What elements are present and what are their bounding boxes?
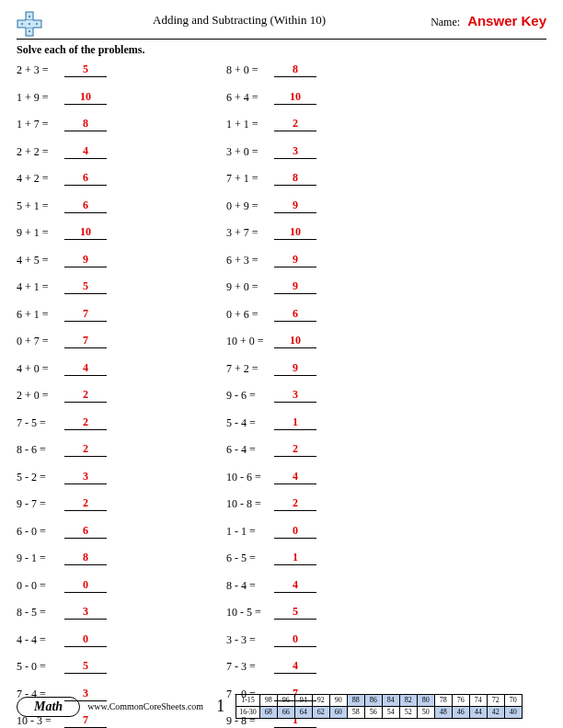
- answer-blank: 7: [64, 334, 107, 348]
- score-grid: 1-1598969492908886848280787674727016-306…: [236, 694, 523, 719]
- answer-blank: 2: [274, 496, 316, 511]
- problem-row: 5 - 0 =5: [17, 659, 107, 674]
- svg-point-6: [36, 23, 38, 25]
- score-cell: 64: [294, 707, 312, 719]
- problem-expression: 9 - 7 =: [17, 497, 63, 511]
- problem-expression: 6 + 4 =: [226, 91, 272, 105]
- problem-expression: 9 + 0 =: [226, 280, 272, 294]
- answer-blank: 9: [64, 253, 107, 267]
- problem-expression: 3 - 3 =: [226, 633, 272, 647]
- answer-blank: 2: [64, 496, 107, 511]
- answer-blank: 10: [274, 225, 316, 240]
- answer-blank: 9: [274, 199, 316, 213]
- problem-row: 4 + 2 =6: [17, 171, 107, 186]
- answer-blank: 5: [64, 659, 107, 674]
- answer-blank: 6: [274, 307, 316, 322]
- answer-blank: 3: [274, 388, 316, 403]
- score-row-label: 16-30: [236, 707, 260, 719]
- problem-row: 2 + 3 =5: [17, 63, 107, 77]
- problem-row: 0 + 9 =9: [226, 199, 316, 213]
- score-cell: 84: [382, 695, 399, 707]
- instructions: Solve each of the problems.: [17, 43, 546, 57]
- problem-row: 3 + 7 =10: [226, 225, 316, 240]
- problem-expression: 0 + 6 =: [226, 308, 272, 322]
- problem-expression: 7 + 2 =: [226, 362, 272, 376]
- answer-blank: 8: [64, 117, 107, 131]
- problem-row: 6 + 3 =9: [226, 253, 316, 267]
- answer-blank: 9: [274, 279, 316, 294]
- score-cell: 66: [277, 707, 294, 719]
- problem-row: 8 + 0 =8: [226, 63, 316, 77]
- problem-row: 4 - 4 =0: [17, 632, 107, 647]
- problem-row: 6 - 0 =6: [17, 524, 107, 539]
- score-cell: 82: [399, 695, 417, 707]
- problem-row: 3 - 3 =0: [226, 632, 316, 647]
- problem-row: 9 + 1 =10: [17, 225, 107, 240]
- answer-blank: 4: [274, 470, 316, 484]
- score-cell: 50: [417, 707, 434, 719]
- problem-expression: 5 - 2 =: [17, 471, 63, 484]
- score-cell: 56: [364, 707, 382, 719]
- problem-row: 5 - 4 =1: [226, 415, 316, 430]
- problem-row: 8 - 5 =3: [17, 605, 107, 620]
- answer-blank: 4: [64, 144, 107, 159]
- answer-blank: 5: [274, 605, 316, 620]
- problem-row: 4 + 0 =4: [17, 361, 107, 376]
- answer-blank: 3: [274, 144, 316, 159]
- answer-blank: 9: [274, 253, 316, 267]
- problem-expression: 8 - 5 =: [17, 606, 63, 620]
- answer-blank: 8: [274, 63, 316, 77]
- problem-expression: 7 - 5 =: [17, 416, 63, 430]
- problem-row: 10 - 6 =4: [226, 470, 316, 484]
- problem-row: 2 + 2 =4: [17, 144, 107, 159]
- answer-blank: 0: [274, 524, 316, 539]
- problem-expression: 6 - 0 =: [17, 525, 63, 539]
- problems-column-right: 8 + 0 =86 + 4 =101 + 1 =23 + 0 =37 + 1 =…: [226, 63, 316, 728]
- score-cell: 90: [329, 695, 347, 707]
- problem-row: 9 - 1 =8: [17, 551, 107, 565]
- problem-expression: 4 + 5 =: [17, 254, 63, 267]
- problem-row: 1 + 9 =10: [17, 90, 107, 105]
- problem-expression: 9 + 1 =: [17, 226, 63, 240]
- score-cell: 40: [504, 707, 522, 719]
- subject-badge: Math: [17, 697, 80, 717]
- problem-expression: 1 + 1 =: [226, 118, 272, 131]
- score-cell: 52: [399, 707, 417, 719]
- score-cell: 80: [417, 695, 434, 707]
- problem-expression: 6 + 3 =: [226, 254, 272, 267]
- problem-expression: 2 + 3 =: [17, 63, 63, 77]
- problem-expression: 1 - 1 =: [226, 525, 272, 539]
- problem-row: 10 - 5 =5: [226, 605, 316, 620]
- score-cell: 74: [469, 695, 487, 707]
- header: Adding and Subtracting (Within 10) Name:…: [17, 11, 546, 40]
- answer-blank: 8: [64, 551, 107, 565]
- answer-blank: 10: [64, 225, 107, 240]
- problem-row: 0 - 0 =0: [17, 578, 107, 593]
- problem-row: 9 - 6 =3: [226, 388, 316, 403]
- score-row-label: 1-15: [236, 695, 260, 707]
- svg-point-3: [29, 16, 30, 17]
- problem-row: 1 + 1 =2: [226, 117, 316, 131]
- answer-blank: 1: [274, 415, 316, 430]
- problem-expression: 7 - 3 =: [226, 660, 272, 674]
- logo-icon: [17, 11, 42, 37]
- answer-blank: 6: [64, 199, 107, 213]
- score-cell: 76: [452, 695, 469, 707]
- score-cell: 92: [312, 695, 329, 707]
- svg-point-5: [21, 23, 23, 25]
- answer-blank: 4: [64, 361, 107, 376]
- problem-expression: 7 + 1 =: [226, 172, 272, 186]
- score-cell: 44: [469, 707, 487, 719]
- problem-row: 6 - 5 =1: [226, 551, 316, 565]
- score-cell: 70: [504, 695, 522, 707]
- problem-expression: 0 - 0 =: [17, 579, 63, 593]
- score-cell: 98: [259, 695, 277, 707]
- problem-row: 9 - 7 =2: [17, 496, 107, 511]
- problem-expression: 5 - 4 =: [226, 416, 272, 430]
- answer-blank: 2: [274, 117, 316, 131]
- answer-blank: 10: [274, 90, 316, 105]
- problem-row: 7 + 1 =8: [226, 171, 316, 186]
- score-cell: 54: [382, 707, 399, 719]
- site-url: www.CommonCoreSheets.com: [87, 701, 203, 711]
- score-cell: 58: [347, 707, 364, 719]
